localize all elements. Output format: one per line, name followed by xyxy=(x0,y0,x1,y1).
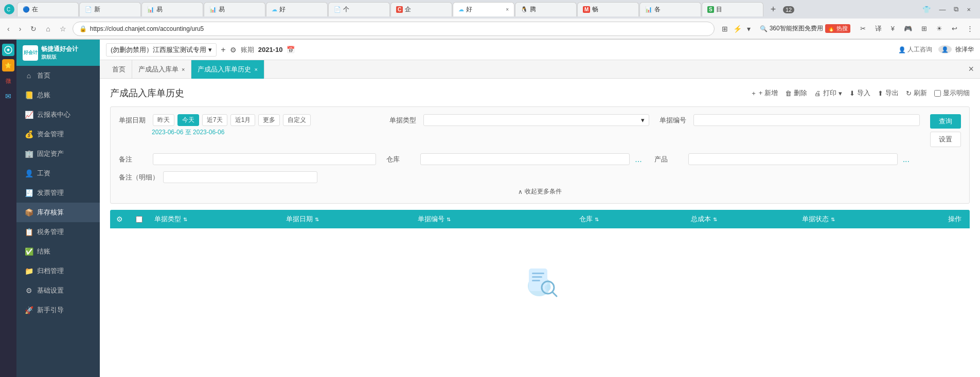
sidebar-item-archive[interactable]: 📁 归档管理 xyxy=(16,261,100,281)
sidebar-item-home[interactable]: ⌂ 首页 xyxy=(16,66,100,85)
product-picker-icon[interactable]: ... xyxy=(901,155,912,164)
back-button[interactable]: ‹ xyxy=(4,23,13,35)
add-button[interactable]: + + 新增 xyxy=(752,87,778,99)
sidebar-item-inventory[interactable]: 📦 库存核算 xyxy=(16,203,100,222)
warehouse-picker-icon[interactable]: ... xyxy=(633,155,644,164)
settings-company-button[interactable]: ⚙ xyxy=(230,46,237,54)
date-yesterday-btn[interactable]: 昨天 xyxy=(153,114,174,126)
grid-icon[interactable]: ⊞ xyxy=(720,24,730,34)
tab-ge[interactable]: 📄 个 xyxy=(328,2,390,16)
close-all-tabs-button[interactable]: × xyxy=(962,64,980,75)
scissors-icon[interactable]: ✂ xyxy=(858,23,868,34)
import-button[interactable]: ⬇ 导入 xyxy=(849,87,870,99)
tab-hao2[interactable]: ☁ 好 × xyxy=(453,2,514,16)
user-profile[interactable]: 👤 徐泽华 xyxy=(938,45,974,54)
left-icon-mail[interactable]: ✉ xyxy=(2,90,14,102)
sidebar-item-guide[interactable]: 🚀 新手引导 xyxy=(16,300,100,320)
collapse-filter-button[interactable]: ∧ 收起更多条件 xyxy=(518,187,562,196)
sidebar-item-asset[interactable]: 🏢 固定资产 xyxy=(16,144,100,164)
th-type[interactable]: 单据类型 ⇅ xyxy=(149,214,281,224)
sidebar-item-ledger[interactable]: 📒 总账 xyxy=(16,85,100,105)
service-button[interactable]: 👤 人工咨询 xyxy=(898,45,932,54)
left-icon-star[interactable]: ⭐ xyxy=(2,59,14,71)
left-icon-weibo[interactable]: 微 xyxy=(2,75,14,87)
sidebar-item-settle[interactable]: ✅ 结账 xyxy=(16,242,100,261)
search-bar-area[interactable]: 🔍 360智能抠图免费用 🔥 热搜 xyxy=(756,24,854,33)
add-company-button[interactable]: + xyxy=(221,45,225,55)
breadcrumb-list[interactable]: 产成品入库单 × xyxy=(132,60,191,79)
dropdown-icon[interactable]: ▾ xyxy=(745,24,753,34)
show-col-button[interactable]: 显示明细 xyxy=(934,88,970,98)
th-date[interactable]: 单据日期 ⇅ xyxy=(281,214,413,224)
show-col-checkbox[interactable] xyxy=(934,90,941,97)
address-bar[interactable]: 🔒 https://cloud.chanjet.com/accounting/u… xyxy=(73,22,715,36)
restore-button[interactable]: ⧉ xyxy=(951,4,961,14)
left-icon-app[interactable] xyxy=(2,44,14,56)
date-more-btn[interactable]: 更多 xyxy=(258,114,280,126)
th-checkbox[interactable] xyxy=(129,216,149,223)
refresh-button[interactable]: ↻ 刷新 xyxy=(906,87,927,99)
refresh-browser-button[interactable]: ↻ xyxy=(27,23,40,35)
tab-hao1[interactable]: ☁ 好 xyxy=(266,2,328,16)
tab-teng[interactable]: 🐧 腾 xyxy=(515,2,577,16)
settings-filter-button[interactable]: 设置 xyxy=(930,132,961,147)
date-custom-btn[interactable]: 自定义 xyxy=(283,114,311,126)
date-today-btn[interactable]: 今天 xyxy=(177,114,199,126)
query-button[interactable]: 查询 xyxy=(930,114,961,129)
minimize-button[interactable]: — xyxy=(936,5,949,14)
shirt-icon[interactable]: 👕 xyxy=(919,5,934,14)
breadcrumb-history[interactable]: 产成品入库单历史 × xyxy=(191,60,264,79)
translate-icon[interactable]: 译 xyxy=(872,23,884,35)
close-button[interactable]: × xyxy=(964,5,974,14)
th-settings[interactable]: ⚙ xyxy=(110,215,129,223)
tab-zai[interactable]: 🔵 在 xyxy=(17,2,79,16)
company-select[interactable]: (勿删勿禁用）江西服宝测试专用 ▾ xyxy=(106,43,217,57)
sidebar-item-payroll[interactable]: 👤 工资 xyxy=(16,164,100,183)
new-tab-button[interactable]: + xyxy=(766,2,780,16)
sidebar-item-invoice[interactable]: 🧾 发票管理 xyxy=(16,183,100,203)
delete-button[interactable]: 🗑 删除 xyxy=(785,87,807,99)
type-filter-select[interactable]: ▾ xyxy=(423,114,650,126)
close-history-tab[interactable]: × xyxy=(254,60,257,79)
tab-ge2[interactable]: 📊 各 xyxy=(639,2,701,16)
lightning-icon[interactable]: ⚡ xyxy=(731,24,744,34)
sidebar-item-report[interactable]: 📈 云报表中心 xyxy=(16,105,100,124)
home-browser-button[interactable]: ⌂ xyxy=(43,23,53,35)
tab-yi2[interactable]: 📊 易 xyxy=(204,2,265,16)
select-all-checkbox[interactable] xyxy=(136,216,142,223)
th-warehouse[interactable]: 仓库 ⇅ xyxy=(574,214,685,224)
yuan-icon[interactable]: ¥ xyxy=(888,23,897,34)
date-1month-btn[interactable]: 近1月 xyxy=(230,114,256,126)
sidebar-header[interactable]: 好会计 畅捷通好会计 旗舰版 xyxy=(16,40,100,66)
export-button[interactable]: ⬆ 导出 xyxy=(878,87,899,99)
calendar-icon[interactable]: 📅 xyxy=(287,46,295,53)
forward-button[interactable]: › xyxy=(16,23,25,35)
breadcrumb-home[interactable]: 首页 xyxy=(106,60,132,79)
apps-icon[interactable]: ⊞ xyxy=(919,23,930,34)
remark-detail-filter-input[interactable] xyxy=(163,171,317,183)
tab-chang[interactable]: M 畅 xyxy=(577,2,639,16)
tab-close-hao2[interactable]: × xyxy=(506,7,509,12)
sidebar-item-fund[interactable]: 💰 资金管理 xyxy=(16,124,100,144)
product-filter-input[interactable] xyxy=(688,153,898,165)
bookmark-button[interactable]: ☆ xyxy=(57,23,69,35)
th-number[interactable]: 单据编号 ⇅ xyxy=(413,214,575,224)
brightness-icon[interactable]: ☀ xyxy=(934,23,945,34)
th-status[interactable]: 单据状态 ⇅ xyxy=(797,214,929,224)
print-button[interactable]: 🖨 打印 ▾ xyxy=(814,87,842,99)
warehouse-filter-input[interactable] xyxy=(420,153,630,165)
remark-filter-input[interactable] xyxy=(153,153,376,165)
number-filter-input[interactable] xyxy=(693,114,920,126)
undo-icon[interactable]: ↩ xyxy=(949,23,960,34)
more-icon[interactable]: ⋮ xyxy=(964,23,976,34)
sidebar-item-basic[interactable]: ⚙ 基础设置 xyxy=(16,281,100,300)
tab-mu[interactable]: S 目 xyxy=(702,2,763,16)
close-list-tab[interactable]: × xyxy=(182,60,185,79)
th-cost[interactable]: 总成本 ⇅ xyxy=(686,214,797,224)
tab-xin[interactable]: 📄 新 xyxy=(79,2,141,16)
tab-yi1[interactable]: 📊 易 xyxy=(141,2,203,16)
tab-qi[interactable]: C 企 xyxy=(390,2,452,16)
date-7days-btn[interactable]: 近7天 xyxy=(202,114,227,126)
game-icon[interactable]: 🎮 xyxy=(901,23,915,34)
sidebar-item-tax[interactable]: 📋 税务管理 xyxy=(16,222,100,242)
